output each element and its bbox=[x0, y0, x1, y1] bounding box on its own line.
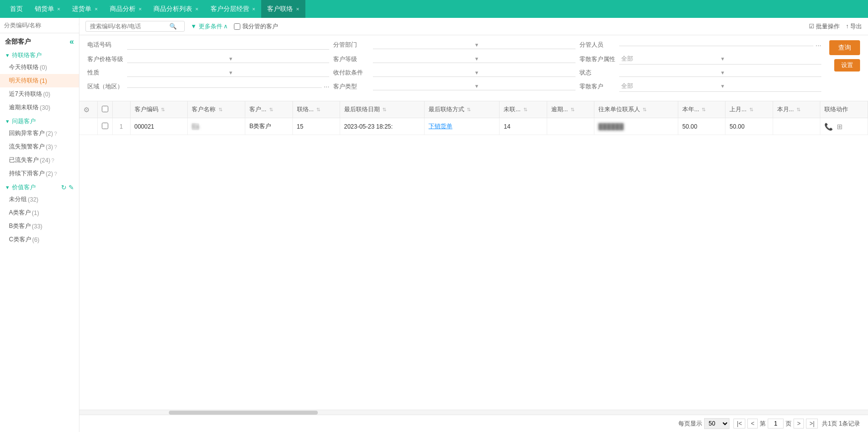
my-customers-checkbox[interactable] bbox=[234, 23, 240, 30]
sort-icon-last-month[interactable]: ⇅ bbox=[749, 107, 753, 112]
filter-retail-attr-select[interactable]: 全部 ▼ bbox=[619, 54, 821, 65]
prev-page-btn[interactable]: < bbox=[747, 419, 758, 429]
page-size-dropdown[interactable]: 50 100 bbox=[704, 418, 729, 429]
sidebar-item-tomorrow-contact[interactable]: 明天待联络 (1) bbox=[0, 74, 79, 87]
sidebar-group-pending-contact[interactable]: ▼ 待联络客户 bbox=[0, 48, 79, 61]
sort-icon-type[interactable]: ⇅ bbox=[269, 107, 273, 112]
toolbar-search-input[interactable] bbox=[90, 23, 169, 30]
sidebar-item-class-a[interactable]: A类客户 (1) bbox=[0, 206, 79, 219]
first-page-btn[interactable]: |< bbox=[733, 419, 745, 429]
filter-phone-input[interactable] bbox=[127, 40, 329, 50]
close-product-analysis-list-icon[interactable]: × bbox=[195, 6, 198, 12]
nav-sales-order[interactable]: 销货单 × bbox=[29, 0, 66, 18]
sidebar-search-input[interactable] bbox=[4, 22, 78, 29]
col-customer-type-col: 客户... ⇅ bbox=[245, 101, 292, 118]
sidebar-item-class-c[interactable]: C类客户 (6) bbox=[0, 233, 79, 246]
page-number-input[interactable] bbox=[768, 419, 784, 429]
filter-status-select[interactable]: ▼ bbox=[619, 69, 821, 77]
filter-more-btn[interactable]: ▼ 更多条件 ∧ bbox=[191, 22, 228, 31]
sort-icon-method[interactable]: ⇅ bbox=[467, 107, 471, 112]
toolbar: 🔍 ▼ 更多条件 ∧ 我分管的客户 ☑ 批量操作 ↑ 导出 bbox=[79, 18, 868, 35]
toolbar-search-icon[interactable]: 🔍 bbox=[169, 23, 177, 30]
sort-icon-name[interactable]: ⇅ bbox=[218, 107, 222, 112]
sidebar-group-value-customers[interactable]: ▼ 价值客户 ↻ ✎ bbox=[0, 180, 79, 193]
horizontal-scrollbar[interactable] bbox=[79, 410, 868, 415]
close-purchase-order-icon[interactable]: × bbox=[94, 6, 97, 12]
sidebar-item-lost-risk[interactable]: 流失预警客户 (3) ? bbox=[0, 140, 79, 153]
contact-action-icon[interactable]: 📞 bbox=[824, 123, 833, 131]
triangle-icon2: ▼ bbox=[5, 119, 10, 124]
col-customer-name: 客户名称 ⇅ bbox=[188, 101, 245, 118]
sort-icon-overdue[interactable]: ⇅ bbox=[571, 107, 575, 112]
sidebar-item-lost[interactable]: 已流失客户 (24) ? bbox=[0, 153, 79, 167]
sort-icon-count[interactable]: ⇅ bbox=[316, 107, 320, 112]
batch-ops-btn[interactable]: ☑ 批量操作 bbox=[809, 22, 840, 31]
filter-region-select[interactable] bbox=[127, 85, 322, 88]
sidebar-item-continuous-decline[interactable]: 持续下滑客户 (2) ? bbox=[0, 167, 79, 180]
close-sales-order-icon[interactable]: × bbox=[57, 6, 60, 12]
top-navigation: 首页 销货单 × 进货单 × 商品分析 × 商品分析列表 × 客户分层经营 × … bbox=[0, 0, 868, 18]
filter-retail-attr: 零散客户属性 全部 ▼ bbox=[579, 54, 821, 65]
filter-phone: 电话号码 bbox=[87, 40, 329, 50]
sidebar-item-overdue-contact[interactable]: 逾期未联络 (30) bbox=[0, 101, 79, 114]
row-customer-name[interactable]: Ea bbox=[188, 118, 245, 135]
nav-customer-tier[interactable]: 客户分层经营 × bbox=[205, 0, 261, 18]
sort-icon-code[interactable]: ⇅ bbox=[161, 107, 165, 112]
collapse-icon[interactable]: « bbox=[70, 37, 74, 46]
filter-price-level-select[interactable]: ▼ bbox=[127, 55, 329, 63]
nav-customer-contact[interactable]: 客户联络 × bbox=[261, 0, 305, 18]
filter-retail-select[interactable]: 全部 ▼ bbox=[619, 81, 821, 92]
row-last-contact-method[interactable]: 下销货单 bbox=[425, 118, 500, 135]
gear-icon[interactable]: ⚙ bbox=[83, 106, 90, 114]
last-page-btn[interactable]: >| bbox=[806, 419, 818, 429]
filter-customer-type-select[interactable]: ▼ bbox=[373, 82, 575, 90]
col-overdue: 逾期... ⇅ bbox=[547, 101, 594, 118]
sort-icon-date[interactable]: ⇅ bbox=[382, 107, 386, 112]
sidebar-item-repurchase-abnormal[interactable]: 回购异常客户 (2) ? bbox=[0, 127, 79, 140]
table-header-row: ⚙ 客户编码 ⇅ 客户名称 ⇅ bbox=[79, 101, 868, 118]
nav-home[interactable]: 首页 bbox=[4, 0, 29, 18]
set-button[interactable]: 设置 bbox=[834, 59, 860, 72]
total-count: 共1页 1条记录 bbox=[822, 420, 860, 428]
triangle-icon: ▼ bbox=[5, 53, 10, 58]
close-customer-tier-icon[interactable]: × bbox=[252, 6, 255, 12]
nav-product-analysis-list[interactable]: 商品分析列表 × bbox=[147, 0, 204, 18]
row-checkbox[interactable] bbox=[102, 123, 108, 129]
export-btn[interactable]: ↑ 导出 bbox=[846, 22, 862, 31]
filter-payment-select[interactable]: ▼ bbox=[373, 69, 575, 77]
filter-nature-select[interactable]: ▼ bbox=[127, 69, 329, 77]
nav-product-analysis[interactable]: 商品分析 × bbox=[104, 0, 147, 18]
sidebar-group-problem-customers[interactable]: ▼ 问题客户 bbox=[0, 114, 79, 127]
toolbar-right: ☑ 批量操作 ↑ 导出 bbox=[809, 22, 862, 31]
sidebar-item-ungrouped[interactable]: 未分组 (32) bbox=[0, 193, 79, 206]
sort-icon-this-month[interactable]: ⇅ bbox=[796, 107, 800, 112]
sidebar-item-class-b[interactable]: B类客户 (33) bbox=[0, 219, 79, 233]
refresh-icon[interactable]: ↻ bbox=[61, 184, 67, 191]
col-gear: ⚙ bbox=[79, 101, 97, 118]
sort-icon-partner[interactable]: ⇅ bbox=[643, 107, 647, 112]
sort-icon-this-year[interactable]: ⇅ bbox=[702, 107, 706, 112]
sidebar-item-7days-contact[interactable]: 近7天待联络 (0) bbox=[0, 87, 79, 101]
col-un-contact: 未联... ⇅ bbox=[500, 101, 547, 118]
region-dots-btn[interactable]: ··· bbox=[324, 82, 330, 90]
all-customers-section[interactable]: 全部客户 « bbox=[0, 33, 79, 48]
filter-person-select[interactable] bbox=[619, 44, 814, 46]
row-checkbox-cell bbox=[97, 118, 112, 135]
filter-customer-level-select[interactable]: ▼ bbox=[373, 55, 575, 63]
close-product-analysis-icon[interactable]: × bbox=[139, 6, 142, 12]
query-button[interactable]: 查询 bbox=[829, 40, 860, 55]
close-customer-contact-icon[interactable]: × bbox=[296, 6, 299, 12]
select-all-checkbox[interactable] bbox=[102, 106, 108, 112]
more-action-icon[interactable]: ⊞ bbox=[837, 123, 843, 131]
scrollbar-thumb[interactable] bbox=[169, 411, 318, 415]
nav-purchase-order[interactable]: 进货单 × bbox=[66, 0, 103, 18]
sort-icon-uncontact[interactable]: ⇅ bbox=[523, 107, 527, 112]
toolbar-search-box: 🔍 bbox=[85, 21, 185, 32]
next-page-btn[interactable]: > bbox=[794, 419, 804, 429]
edit-icon[interactable]: ✎ bbox=[69, 184, 74, 191]
filter-dept-select[interactable]: ▼ bbox=[373, 41, 575, 49]
payment-arrow-icon: ▼ bbox=[474, 70, 574, 75]
filter-row-3: 性质 ▼ 收付款条件 ▼ bbox=[87, 69, 821, 77]
person-dots-btn[interactable]: ··· bbox=[815, 41, 821, 49]
sidebar-item-today-contact[interactable]: 今天待联络 (0) bbox=[0, 61, 79, 74]
